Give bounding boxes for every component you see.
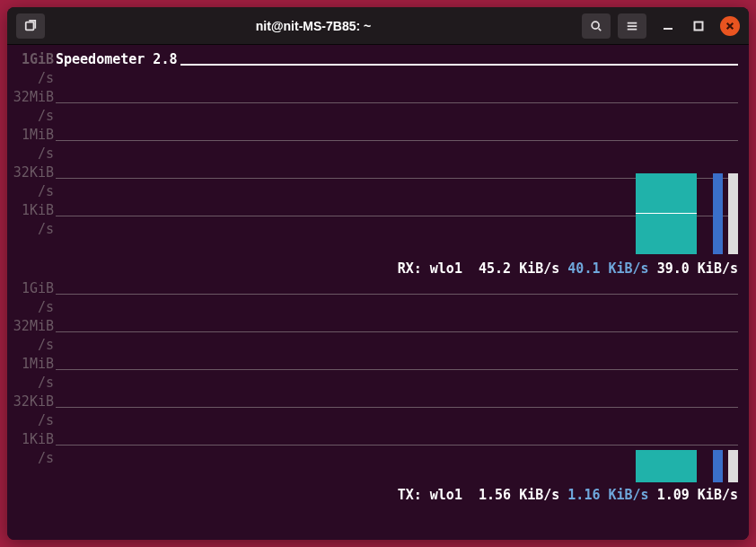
bar-marker xyxy=(636,213,697,214)
rx-iface: wlo1 xyxy=(430,260,462,277)
terminal-body[interactable]: 1GiB Speedometer 2.8 /s 32MiB /s 1MiB /s… xyxy=(7,45,749,540)
y-label: 32KiB xyxy=(11,393,56,411)
y-label: 1KiB xyxy=(11,430,56,449)
bar-avg xyxy=(713,450,723,482)
minimize-button[interactable] xyxy=(659,17,677,35)
svg-rect-2 xyxy=(695,22,703,30)
rx-avg: 40.1 KiB/s xyxy=(567,260,648,277)
y-label: /s xyxy=(11,220,56,239)
minimize-icon xyxy=(663,21,673,31)
tx-iface: wlo1 xyxy=(430,487,462,503)
close-button[interactable] xyxy=(720,16,740,36)
y-label: 32MiB xyxy=(11,88,56,107)
gridline xyxy=(56,294,738,295)
y-label: /s xyxy=(11,107,56,126)
gridline xyxy=(56,369,738,370)
tx-stats: TX: wlo1 1.56 KiB/s 1.16 KiB/s 1.09 KiB/… xyxy=(11,484,745,506)
terminal-window: nit@nit-MS-7B85: ~ 1GiB Speedometer 2.8 xyxy=(7,7,749,540)
app-header: 1GiB Speedometer 2.8 xyxy=(11,50,745,69)
maximize-button[interactable] xyxy=(690,17,708,35)
bar-cur xyxy=(636,173,697,254)
svg-rect-0 xyxy=(26,22,34,30)
gridline xyxy=(56,140,738,141)
y-label: 1KiB xyxy=(11,201,56,220)
svg-point-1 xyxy=(592,22,599,29)
maximize-icon xyxy=(693,21,704,31)
bar-avg xyxy=(713,173,723,254)
header-rule xyxy=(180,50,738,66)
menu-button[interactable] xyxy=(618,13,646,39)
app-name: Speedometer 2.8 xyxy=(56,50,177,69)
y-label: /s xyxy=(11,298,56,317)
search-button[interactable] xyxy=(582,13,611,39)
bar-min xyxy=(728,450,738,482)
search-icon xyxy=(590,20,602,32)
y-label: /s xyxy=(11,182,56,201)
y-label: /s xyxy=(11,145,56,163)
new-tab-button[interactable] xyxy=(16,13,45,39)
y-label: /s xyxy=(11,411,56,430)
y-label: /s xyxy=(11,69,56,88)
y-label: 1MiB xyxy=(11,355,56,374)
tx-panel: 1GiB /s 32MiB /s 1MiB /s 32KiB /s 1KiB /… xyxy=(11,279,745,506)
tx-min: 1.09 KiB/s xyxy=(657,487,738,503)
tx-cur: 1.56 KiB/s xyxy=(479,487,559,503)
gridline xyxy=(56,331,738,332)
rx-panel: 1GiB Speedometer 2.8 /s 32MiB /s 1MiB /s… xyxy=(11,50,745,279)
window-title: nit@nit-MS-7B85: ~ xyxy=(52,19,575,33)
y-label: /s xyxy=(11,336,56,355)
bar-cur xyxy=(636,450,697,482)
gridline xyxy=(56,102,738,103)
rx-label: RX: xyxy=(398,260,422,277)
rx-min: 39.0 KiB/s xyxy=(657,260,738,277)
rx-stats: RX: wlo1 45.2 KiB/s 40.1 KiB/s 39.0 KiB/… xyxy=(11,258,745,279)
y-label: 1MiB xyxy=(11,126,56,145)
rx-bars xyxy=(636,173,738,254)
titlebar: nit@nit-MS-7B85: ~ xyxy=(7,7,749,45)
y-label: 32KiB xyxy=(11,163,56,182)
hamburger-icon xyxy=(626,20,638,32)
tx-avg: 1.16 KiB/s xyxy=(567,487,648,503)
y-label: 1GiB xyxy=(11,279,56,298)
close-icon xyxy=(725,22,734,31)
tx-label: TX: xyxy=(398,487,422,503)
y-label: /s xyxy=(11,374,56,393)
rx-cur: 45.2 KiB/s xyxy=(479,260,559,277)
window-controls xyxy=(659,16,740,36)
tx-bars xyxy=(636,401,738,482)
y-label: /s xyxy=(11,449,56,468)
y-label: 32MiB xyxy=(11,317,56,336)
bar-min xyxy=(728,173,738,254)
y-label: 1GiB xyxy=(11,50,56,69)
